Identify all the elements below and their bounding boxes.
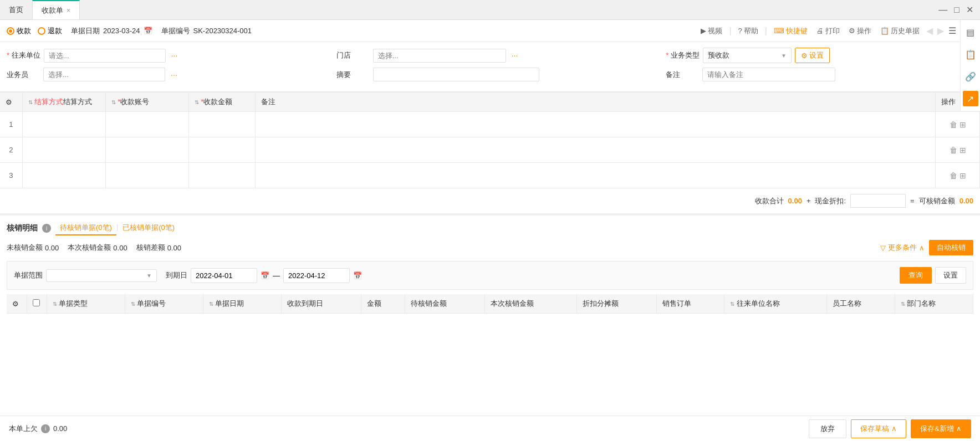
partner-more-icon[interactable]: ··· xyxy=(171,51,178,60)
remarks-input[interactable] xyxy=(702,68,835,81)
row-1-settlement[interactable] xyxy=(22,112,105,137)
scope-field: 单据范围 ▼ xyxy=(14,269,157,282)
more-conditions-btn[interactable]: ▽ 更多条件 ∧ xyxy=(880,243,925,253)
select-all-checkbox[interactable] xyxy=(33,299,40,306)
summary-label: 摘要 xyxy=(336,70,370,80)
date-calendar-icon[interactable]: 📅 xyxy=(144,27,152,35)
table-header-row: ⚙ ⇅ 结算方式结算方式 ⇅ *收款账号 ⇅ *收款金额 xyxy=(0,93,980,112)
staff-input[interactable] xyxy=(43,68,165,81)
row-1-remarks[interactable] xyxy=(255,112,936,137)
radio-tuikuan-label: 退款 xyxy=(48,26,62,36)
discount-input[interactable] xyxy=(850,194,906,208)
biz-type-value: 预收款 xyxy=(708,50,729,60)
tab-close-icon[interactable]: × xyxy=(67,7,70,14)
table-area: ⚙ ⇅ 结算方式结算方式 ⇅ *收款账号 ⇅ *收款金额 xyxy=(0,92,980,188)
unchecked-value: 0.00 xyxy=(45,244,59,252)
tab-home[interactable]: 首页 xyxy=(0,0,32,19)
partner-input[interactable] xyxy=(44,49,166,63)
row-2-remarks[interactable] xyxy=(255,137,936,163)
row-2-account[interactable] xyxy=(105,137,188,163)
auto-verify-button[interactable]: 自动核销 xyxy=(929,240,973,255)
stat-current: 本次核销金额 0.00 xyxy=(68,243,127,253)
shortcut-btn[interactable]: ⌨ 快捷键 xyxy=(772,25,810,37)
radio-tuikuan[interactable]: 退款 xyxy=(38,26,62,36)
bottom-bar: 本单上欠 i 0.00 放弃 保存草稿 ∧ 保存&新增 ∧ xyxy=(0,416,980,441)
biz-type-select[interactable]: 预收款 ▼ xyxy=(703,48,792,63)
settings-button[interactable]: ⚙ 设置 xyxy=(795,48,830,63)
row-1-account[interactable] xyxy=(105,112,188,137)
video-btn[interactable]: ▶ 视频 xyxy=(698,25,724,37)
sidebar-icon-clipboard[interactable]: 📋 xyxy=(963,47,978,62)
tab-pending[interactable]: 待核销单据(0笔) xyxy=(55,221,116,235)
bottom-info: 本单上欠 i 0.00 xyxy=(9,424,67,434)
row-1-num: 1 xyxy=(0,112,22,137)
divider2: | xyxy=(765,26,767,36)
bottom-info-icon[interactable]: i xyxy=(41,424,50,433)
due-date-label: 到期日 xyxy=(166,270,187,280)
sidebar-icon-expand[interactable]: ↗ xyxy=(963,91,978,106)
row-2-amount[interactable] xyxy=(188,137,255,163)
staff-more-icon[interactable]: ··· xyxy=(171,70,177,79)
search-form: 单据范围 ▼ 到期日 📅 — 📅 查询 xyxy=(7,261,973,290)
th-bottom-checkbox[interactable] xyxy=(27,294,47,314)
operations-icon: ⚙ xyxy=(849,27,855,35)
history-btn[interactable]: 📋 历史单据 xyxy=(878,25,922,37)
operations-btn[interactable]: ⚙ 操作 xyxy=(846,25,874,37)
th-gear[interactable]: ⚙ xyxy=(0,93,22,112)
biz-type-label: 业务类型 xyxy=(666,50,700,60)
help-btn[interactable]: ? 帮助 xyxy=(736,25,760,37)
row-3-account[interactable] xyxy=(105,163,188,188)
row-1-delete-icon[interactable]: 🗑 xyxy=(950,120,957,129)
tab-verified[interactable]: 已核销单据(0笔) xyxy=(118,221,179,235)
divider4: ▶ xyxy=(937,25,944,36)
th-due-date: 收款到期日 xyxy=(282,294,361,314)
top-toolbar: 收款 退款 单据日期 2023-03-24 📅 单据编号 SK-20230324… xyxy=(0,20,980,42)
row-3-delete-icon[interactable]: 🗑 xyxy=(950,171,957,180)
date-field: 单据日期 2023-03-24 📅 xyxy=(71,26,152,36)
date-to-calendar-icon[interactable]: 📅 xyxy=(353,271,362,280)
row-2-settlement[interactable] xyxy=(22,137,105,163)
save-new-button[interactable]: 保存&新增 ∧ xyxy=(911,419,971,438)
row-3-remarks[interactable] xyxy=(255,163,936,188)
save-draft-chevron-icon: ∧ xyxy=(891,424,897,433)
store-more-icon[interactable]: ··· xyxy=(512,51,518,60)
shortcut-icon: ⌨ xyxy=(774,27,784,35)
summary-input[interactable] xyxy=(373,68,539,81)
row-2-copy-icon[interactable]: ⊞ xyxy=(959,146,966,155)
row-3-copy-icon[interactable]: ⊞ xyxy=(959,171,966,180)
row-3-amount[interactable] xyxy=(188,163,255,188)
date-from-input[interactable] xyxy=(191,268,257,283)
radio-shouquan[interactable]: 收款 xyxy=(7,26,31,36)
divider3: ◀ xyxy=(926,25,933,36)
tab-active[interactable]: 收款单 × xyxy=(32,0,80,19)
scope-select[interactable]: ▼ xyxy=(46,269,157,282)
date-to-input[interactable] xyxy=(283,268,350,283)
print-btn[interactable]: 🖨 打印 xyxy=(814,25,842,37)
row-1-copy-icon[interactable]: ⊞ xyxy=(959,120,966,129)
list-view-icon[interactable]: ☰ xyxy=(948,25,956,36)
th-pending-amount: 待核销金额 xyxy=(405,294,485,314)
th-remarks: 备注 xyxy=(255,93,936,112)
window-close-icon[interactable]: ✕ xyxy=(964,4,976,15)
toolbar-right: ▶ 视频 | ? 帮助 | ⌨ 快捷键 🖨 打印 ⚙ 操作 📋 xyxy=(698,24,973,37)
row-1-amount[interactable] xyxy=(188,112,255,137)
save-draft-button[interactable]: 保存草稿 ∧ xyxy=(851,419,906,438)
store-input[interactable] xyxy=(373,49,506,63)
th-amount: 金额 xyxy=(361,294,405,314)
sidebar-icon-table[interactable]: ▤ xyxy=(963,24,978,40)
setting-button[interactable]: 设置 xyxy=(935,267,966,284)
window-min-icon[interactable]: — xyxy=(936,5,950,15)
table-row: 1 🗑 ⊞ xyxy=(0,112,980,137)
sidebar-icon-link[interactable]: 🔗 xyxy=(963,69,978,84)
row-2-delete-icon[interactable]: 🗑 xyxy=(950,146,957,155)
row-3-settlement[interactable] xyxy=(22,163,105,188)
date-from-calendar-icon[interactable]: 📅 xyxy=(261,271,269,280)
window-max-icon[interactable]: □ xyxy=(952,5,962,15)
partner-field: 往来单位 ··· xyxy=(7,49,314,63)
query-button[interactable]: 查询 xyxy=(900,267,932,284)
date-label: 单据日期 xyxy=(71,26,100,36)
radio-group: 收款 退款 xyxy=(7,26,62,36)
abandon-button[interactable]: 放弃 xyxy=(809,419,846,438)
th-bottom-gear[interactable]: ⚙ xyxy=(7,294,27,314)
verification-info-icon[interactable]: i xyxy=(42,224,51,233)
